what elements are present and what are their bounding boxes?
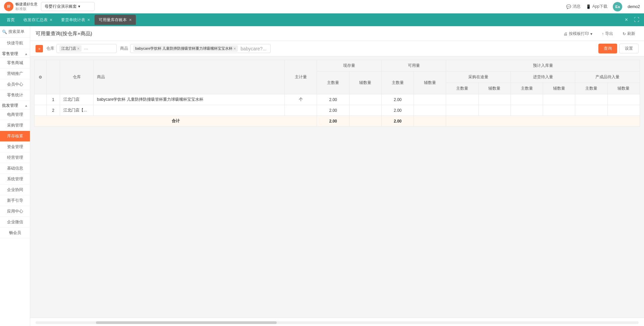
sidebar-search[interactable]: 🔍 搜索菜单 <box>0 26 30 38</box>
gear-icon[interactable]: ⚙ <box>39 75 42 80</box>
horizontal-scrollbar[interactable] <box>36 321 639 324</box>
table-row: 1 江北门店 babycare学饮杯 儿童防摔防撞吸管杯重力球吸嘴杯宝宝水杯 个… <box>35 94 640 105</box>
sidebar-item-basic-info[interactable]: 基础信息 <box>0 163 30 174</box>
tab-available-stock-close[interactable]: × <box>129 17 131 22</box>
tab-bar: 首页 收发存汇总表 × 要货单统计表 × 可用量库存账本 × × ⛶ <box>0 13 644 26</box>
td-finished-pending-aux-2 <box>607 105 640 116</box>
wholesale-mgmt-arrow: ▲ <box>24 104 28 107</box>
tab-receive-pay-label: 收发存汇总表 <box>23 17 48 23</box>
sidebar-section-wholesale[interactable]: 批发管理 ▲ <box>0 101 30 109</box>
warehouse-tag: 江北门店 × <box>59 45 82 52</box>
close-all-btn[interactable]: × <box>623 16 630 24</box>
sidebar-item-finance[interactable]: 资金管理 <box>0 142 30 152</box>
td-purchase-transit-aux-2 <box>478 105 511 116</box>
avatar-text: Ea <box>615 5 620 9</box>
content-area: 可用量查询(按仓库+商品) 🖨 按模板打印 ▾ ↑ 导出 ↻ 刷新 <box>30 26 644 326</box>
td-product-2 <box>94 105 285 116</box>
td-unit-1: 个 <box>285 94 317 105</box>
tab-order-stats[interactable]: 要货单统计表 × <box>57 15 94 25</box>
sidebar: 🔍 搜索菜单 快捷导航 零售管理 ▲ 零售商城 营销推广 会员中心 零售统计 批… <box>0 26 30 326</box>
warehouse-filter-more[interactable]: ··· <box>83 46 90 51</box>
sidebar-item-purchase[interactable]: 采购管理 <box>0 120 30 131</box>
sidebar-item-wechat[interactable]: 企业微信 <box>0 217 30 228</box>
settings-btn[interactable]: 设置 <box>619 44 639 53</box>
table-container: ⚙ 仓库 商品 主计量 现存量 可用量 预计入库量 主数量 辅数量 主数量 <box>30 56 644 318</box>
expand-btn[interactable]: ⛶ <box>632 16 641 24</box>
product-filter-more-dots[interactable]: babycare?... <box>239 46 268 51</box>
sidebar-item-member[interactable]: 畅会员 <box>0 228 30 238</box>
tab-home[interactable]: 首页 <box>3 15 19 25</box>
sidebar-item-inventory[interactable]: 库存核算 <box>0 131 30 142</box>
tab-order-stats-close[interactable]: × <box>87 17 90 22</box>
th-current-main: 主数量 <box>317 72 349 94</box>
td-inbound-pending-aux-1 <box>543 94 575 105</box>
td-available-main-2: 2.00 <box>381 105 414 116</box>
warehouse-filter-group: 仓库 江北门店 × ··· <box>46 44 117 53</box>
product-tag: babycare学饮杯 儿童防摔防撞吸管杯重力球吸嘴杯宝宝水杯 × <box>133 45 238 52</box>
refresh-label: 刷新 <box>627 31 635 37</box>
sidebar-item-marketing[interactable]: 营销推广 <box>0 68 30 79</box>
warehouse-filter-input[interactable]: 江北门店 × ··· <box>56 44 117 53</box>
product-filter-label: 商品 <box>120 46 128 51</box>
product-tag-close[interactable]: × <box>233 46 236 51</box>
template-print-btn[interactable]: 🖨 按模板打印 ▾ <box>560 30 596 38</box>
template-print-label: 按模板打印 <box>569 31 589 37</box>
app-download-btn[interactable]: 📱 App下载 <box>586 4 607 9</box>
sidebar-item-retail-stats[interactable]: 零售统计 <box>0 90 30 101</box>
scrollbar-thumb[interactable] <box>96 321 277 324</box>
template-print-arrow: ▾ <box>590 32 592 36</box>
th-purchase-transit: 采购在途量 <box>446 72 511 83</box>
sidebar-item-ecommerce[interactable]: 电商管理 <box>0 109 30 120</box>
refresh-btn[interactable]: ↻ 刷新 <box>619 30 639 38</box>
warehouse-tag-close[interactable]: × <box>77 46 79 51</box>
td-product-1: babycare学饮杯 儿童防摔防撞吸管杯重力球吸嘴杯宝宝水杯 <box>94 94 285 105</box>
sidebar-item-retail-store[interactable]: 零售商城 <box>0 58 30 68</box>
industry-selector[interactable]: 母婴行业演示账套 ▾ <box>41 2 95 11</box>
th-inbound-pending-main: 主数量 <box>511 83 543 94</box>
tab-receive-pay[interactable]: 收发存汇总表 × <box>19 15 56 25</box>
td-finished-pending-aux-1 <box>607 94 640 105</box>
th-main-unit: 主计量 <box>285 60 317 94</box>
search-icon: 🔍 <box>2 30 7 34</box>
td-available-aux-1 <box>414 94 446 105</box>
app-download-icon: 📱 <box>586 4 591 9</box>
avatar[interactable]: Ea <box>613 2 622 11</box>
th-num <box>47 60 60 94</box>
sidebar-item-enterprise[interactable]: 企业协同 <box>0 185 30 195</box>
sidebar-item-system[interactable]: 系统管理 <box>0 174 30 185</box>
tab-available-stock[interactable]: 可用量库存账本 × <box>95 15 136 25</box>
sidebar-section-retail[interactable]: 零售管理 ▲ <box>0 49 30 58</box>
td-summary-current-main: 2.00 <box>317 116 349 127</box>
logo-icon: 好 <box>4 2 13 11</box>
table-row: 2 江北门店【... 2.00 2.00 <box>35 105 640 116</box>
sidebar-item-member-center[interactable]: 会员中心 <box>0 79 30 90</box>
export-icon: ↑ <box>602 32 604 36</box>
td-warehouse-1: 江北门店 <box>60 94 94 105</box>
table-header-row-1: ⚙ 仓库 商品 主计量 现存量 可用量 预计入库量 <box>35 60 640 72</box>
td-finished-pending-main-1 <box>575 94 607 105</box>
th-current-stock: 现存量 <box>317 60 382 72</box>
template-print-icon: 🖨 <box>564 32 568 36</box>
sidebar-item-app-center[interactable]: 应用中心 <box>0 206 30 217</box>
th-purchase-transit-main: 主数量 <box>446 83 478 94</box>
logo-text-area: 畅捷通好生意 标准版 <box>15 2 38 11</box>
export-btn[interactable]: ↑ 导出 <box>598 30 616 38</box>
message-icon: 💬 <box>566 4 571 9</box>
message-btn[interactable]: 💬 消息 <box>566 4 581 9</box>
th-inbound-pending-aux: 辅数量 <box>543 83 575 94</box>
product-filter-input[interactable]: babycare学饮杯 儿童防摔防撞吸管杯重力球吸嘴杯宝宝水杯 × babyca… <box>130 44 271 53</box>
td-warehouse-2: 江北门店【... <box>60 105 94 116</box>
query-btn[interactable]: 查询 <box>598 44 617 53</box>
industry-selector-text: 母婴行业演示账套 <box>45 4 77 9</box>
sidebar-search-label: 搜索菜单 <box>8 29 24 35</box>
sidebar-item-guide[interactable]: 新手引导 <box>0 195 30 206</box>
td-available-main-1: 2.00 <box>381 94 414 105</box>
sidebar-item-operations[interactable]: 经营管理 <box>0 152 30 163</box>
sidebar-quick-nav[interactable]: 快捷导航 <box>0 38 30 49</box>
th-gear: ⚙ <box>35 60 47 94</box>
td-summary-available-aux <box>414 116 446 127</box>
filter-expand-btn[interactable]: » <box>36 45 43 52</box>
main-layout: 🔍 搜索菜单 快捷导航 零售管理 ▲ 零售商城 营销推广 会员中心 零售统计 批… <box>0 26 644 326</box>
tab-receive-pay-close[interactable]: × <box>50 17 52 22</box>
td-gear <box>35 94 47 105</box>
